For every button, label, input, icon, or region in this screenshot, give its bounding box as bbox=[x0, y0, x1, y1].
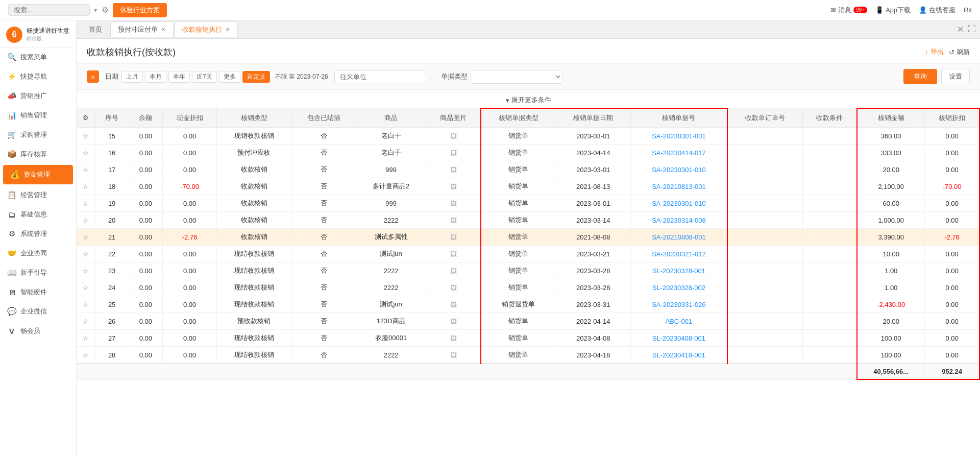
cell-gear[interactable]: ☆ bbox=[77, 347, 95, 364]
tab-writeoff-close[interactable]: ✕ bbox=[225, 26, 230, 33]
cooperation-icon: 🤝 bbox=[7, 249, 16, 258]
sidebar-item-guide[interactable]: 📖 新手引导 bbox=[0, 263, 76, 282]
cell-no: 18 bbox=[95, 178, 129, 195]
tab-home[interactable]: 首页 bbox=[81, 22, 110, 37]
cell-receipt-cond bbox=[802, 229, 857, 246]
dropdown-arrow[interactable]: ▾ bbox=[94, 6, 97, 14]
cell-voucher-no[interactable]: SL-20230328-001 bbox=[630, 262, 727, 279]
date-more[interactable]: 更多 bbox=[219, 71, 240, 83]
cell-voucher-no[interactable]: SA-20230301-001 bbox=[630, 128, 727, 145]
sidebar-item-search[interactable]: 🔍 搜索菜单 bbox=[0, 47, 76, 67]
date-last-month[interactable]: 上月 bbox=[121, 71, 143, 83]
cell-cash-discount: 0.00 bbox=[162, 279, 216, 296]
cell-goods: 测试多属性 bbox=[356, 229, 426, 246]
sidebar-item-marketing[interactable]: 📣 营销推广 bbox=[0, 86, 76, 106]
cell-balance: 0.00 bbox=[129, 212, 162, 229]
cell-voucher-no[interactable]: SA-20210808-001 bbox=[630, 229, 727, 246]
tab-writeoff[interactable]: 收款核销执行 ✕ bbox=[175, 21, 238, 37]
th-goods-img: 商品图片 bbox=[426, 108, 481, 128]
tab-fullscreen-icon[interactable]: ⛶ bbox=[968, 25, 976, 34]
cell-voucher-no[interactable]: SL-20230328-002 bbox=[630, 279, 727, 296]
cell-receipt-cond bbox=[802, 195, 857, 212]
cell-voucher-no[interactable]: SL-20230418-001 bbox=[630, 347, 727, 364]
expand-more-bar[interactable]: ▾ 展开更多条件 bbox=[77, 92, 980, 108]
sidebar-item-sales[interactable]: 📊 销售管理 bbox=[0, 106, 76, 125]
industry-btn[interactable]: 休验行业方案 bbox=[113, 3, 167, 17]
cell-receipt-cond bbox=[802, 212, 857, 229]
query-button[interactable]: 查询 bbox=[903, 69, 937, 84]
cell-voucher-no[interactable]: SA-20230314-008 bbox=[630, 212, 727, 229]
cell-voucher-no[interactable]: ABC-001 bbox=[630, 313, 727, 330]
sidebar-item-purchase[interactable]: 🛒 采购管理 bbox=[0, 125, 76, 145]
partner-input[interactable] bbox=[334, 70, 426, 83]
date-this-month[interactable]: 本月 bbox=[145, 71, 166, 83]
cell-gear[interactable]: ☆ bbox=[77, 128, 95, 145]
date-this-year[interactable]: 本年 bbox=[168, 71, 190, 83]
expand-button[interactable]: » bbox=[87, 70, 99, 83]
cell-voucher-no[interactable]: SA-20230321-012 bbox=[630, 246, 727, 262]
cell-gear[interactable]: ☆ bbox=[77, 279, 95, 296]
tab-close-all-icon[interactable]: ✕ bbox=[957, 25, 964, 34]
cell-voucher-type: 销货单 bbox=[481, 195, 556, 212]
cell-gear[interactable]: ☆ bbox=[77, 212, 95, 229]
refresh-button[interactable]: ↺ 刷新 bbox=[949, 47, 970, 57]
sales-icon: 📊 bbox=[7, 111, 16, 120]
sidebar-item-system[interactable]: ⚙ 系统管理 bbox=[0, 224, 76, 244]
app-download-btn[interactable]: 📱 App下载 bbox=[875, 6, 911, 15]
sidebar-item-quick[interactable]: ⚡ 快捷导航 bbox=[0, 67, 76, 86]
gear-icon[interactable]: ⚙ bbox=[102, 5, 109, 15]
cell-gear[interactable]: ☆ bbox=[77, 296, 95, 313]
cell-gear[interactable]: ☆ bbox=[77, 161, 95, 178]
cell-writeoff-discount: 0.00 bbox=[925, 128, 979, 145]
cell-no: 16 bbox=[95, 145, 129, 161]
cell-gear[interactable]: ☆ bbox=[77, 313, 95, 330]
cell-voucher-no[interactable]: SA-20230331-026 bbox=[630, 296, 727, 313]
sidebar-item-cooperation[interactable]: 🤝 企业协同 bbox=[0, 244, 76, 263]
date-7days[interactable]: 近7天 bbox=[192, 71, 217, 83]
sidebar-item-management[interactable]: 📋 经营管理 bbox=[0, 185, 76, 205]
cell-writeoff-amount: 3,390.00 bbox=[857, 229, 925, 246]
online-service-btn[interactable]: 👤 在线客服 bbox=[919, 6, 955, 15]
tab-prepay-close[interactable]: ✕ bbox=[161, 26, 166, 33]
cell-voucher-no[interactable]: SA-20230414-017 bbox=[630, 145, 727, 161]
sidebar-item-wechat[interactable]: 💬 企业微信 bbox=[0, 302, 76, 321]
cell-gear[interactable]: ☆ bbox=[77, 262, 95, 279]
cell-receipt-order bbox=[727, 296, 802, 313]
cell-goods: 测试jun bbox=[356, 246, 426, 262]
cell-gear[interactable]: ☆ bbox=[77, 145, 95, 161]
cell-gear[interactable]: ☆ bbox=[77, 195, 95, 212]
cell-cash-discount: 0.00 bbox=[162, 246, 216, 262]
cell-voucher-no[interactable]: SA-20230301-010 bbox=[630, 195, 727, 212]
export-button[interactable]: ↑ 导出 bbox=[925, 47, 944, 57]
message-btn[interactable]: ✉ 消息 99+ bbox=[830, 6, 867, 15]
cell-receipt-order bbox=[727, 161, 802, 178]
sidebar-item-hardware[interactable]: 🖥 智能硬件 bbox=[0, 282, 76, 302]
cell-gear[interactable]: ☆ bbox=[77, 246, 95, 262]
cell-voucher-no[interactable]: SL-20230408-001 bbox=[630, 330, 727, 347]
cell-voucher-no[interactable]: SA-20230301-010 bbox=[630, 161, 727, 178]
cell-voucher-type: 销货单 bbox=[481, 229, 556, 246]
cell-gear[interactable]: ☆ bbox=[77, 178, 95, 195]
sidebar-item-member[interactable]: V 畅会员 bbox=[0, 321, 76, 341]
tab-prepay[interactable]: 预付冲应付单 ✕ bbox=[110, 21, 174, 37]
sidebar-label-coop: 企业协同 bbox=[20, 249, 47, 258]
search-input[interactable] bbox=[8, 4, 90, 16]
cell-gear[interactable]: ☆ bbox=[77, 229, 95, 246]
cell-voucher-date: 2023-04-08 bbox=[556, 330, 630, 347]
th-gear[interactable]: ⚙ bbox=[77, 108, 95, 128]
sidebar-item-inventory[interactable]: 📦 库存核算 bbox=[0, 145, 76, 164]
logo-sub: 标准版 bbox=[27, 35, 69, 42]
date-custom[interactable]: 自定义 bbox=[242, 71, 270, 83]
settings-button[interactable]: 设置 bbox=[941, 69, 970, 84]
user-info[interactable]: Rit bbox=[964, 6, 972, 14]
sidebar-item-finance[interactable]: 💰 资金管理 bbox=[3, 165, 73, 184]
cell-gear[interactable]: ☆ bbox=[77, 330, 95, 347]
cell-receipt-cond bbox=[802, 296, 857, 313]
top-bar-left: ▾ ⚙ 休验行业方案 bbox=[8, 3, 824, 17]
sidebar-item-basic-info[interactable]: 🗂 基础信息 bbox=[0, 205, 76, 224]
cell-voucher-no[interactable]: SA-20210813-001 bbox=[630, 178, 727, 195]
th-receipt-cond: 收款条件 bbox=[802, 108, 857, 128]
voucher-type-select[interactable] bbox=[471, 70, 562, 84]
partner-dots[interactable]: ... bbox=[429, 73, 435, 81]
cell-writeoff-amount: 10.00 bbox=[857, 246, 925, 262]
